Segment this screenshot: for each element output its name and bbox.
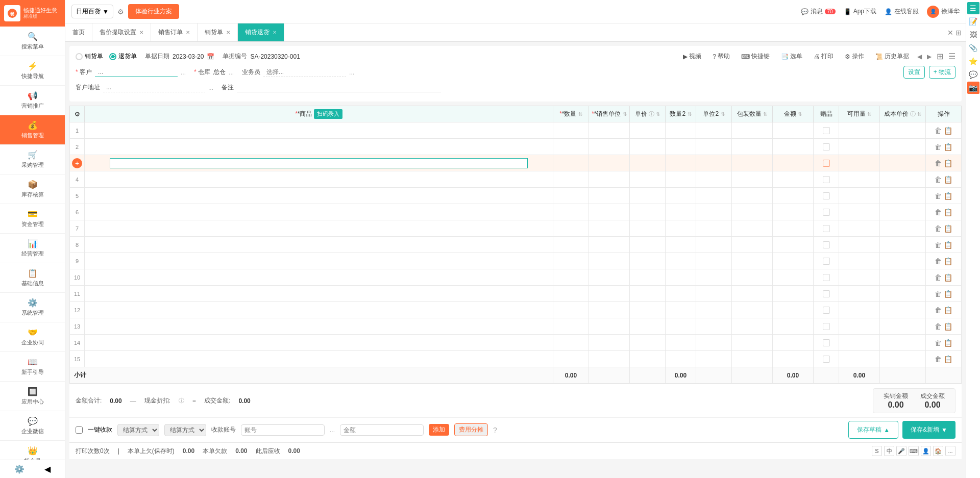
settings-footer-icon[interactable]: ⚙️ — [14, 464, 24, 474]
account-more-icon[interactable]: ... — [330, 426, 335, 434]
copy-icon[interactable]: 📋 — [944, 208, 952, 216]
delete-icon[interactable]: 🗑 — [935, 127, 942, 135]
gift-checkbox[interactable] — [823, 323, 830, 330]
calc-method-select[interactable]: 结算方式 — [164, 424, 206, 436]
gift-checkbox[interactable] — [823, 258, 830, 265]
grid-view-icon[interactable]: ⊞ — [937, 52, 943, 61]
right-icon-message[interactable]: 💬 — [967, 68, 979, 81]
delete-icon[interactable]: 🗑 — [935, 257, 942, 265]
remark-input[interactable] — [237, 83, 441, 92]
shortcut-icon-4[interactable]: ⌨ — [909, 446, 919, 456]
salesperson-more-icon[interactable]: ... — [349, 69, 354, 76]
shortcut-icon-3[interactable]: 🎤 — [896, 446, 906, 456]
save-new-btn[interactable]: 保存&新增 ▼ — [902, 421, 955, 439]
gift-checkbox[interactable] — [823, 127, 830, 134]
price-sort-icon[interactable]: ⇅ — [656, 111, 660, 117]
select-bill-btn[interactable]: 📑 选单 — [778, 51, 805, 62]
sidebar-item-operations[interactable]: 📊 经营管理 — [0, 234, 65, 263]
nav-next-icon[interactable]: ▶ — [927, 53, 932, 60]
shortcut-icon-6[interactable]: 🏠 — [933, 446, 943, 456]
cost-sort-icon[interactable]: ⇅ — [917, 111, 921, 117]
tab-sales-order-close[interactable]: ✕ — [186, 30, 190, 35]
unit-sort-icon[interactable]: ⇅ — [623, 111, 627, 117]
sidebar-item-inventory[interactable]: 📦 库存核算 — [0, 174, 65, 204]
add-row-btn[interactable]: + — [72, 158, 82, 168]
copy-icon[interactable]: 📋 — [944, 159, 952, 167]
sidebar-item-sales[interactable]: 💰 销售管理 — [0, 115, 65, 145]
address-input[interactable] — [103, 83, 205, 92]
topbar-gear-icon[interactable]: ⚙ — [117, 8, 124, 16]
tab-sales-order[interactable]: 销售订单 ✕ — [151, 23, 198, 41]
sidebar-item-marketing[interactable]: 📢 营销推广 — [0, 86, 65, 115]
warehouse-more-icon[interactable]: ... — [229, 69, 234, 76]
delete-icon[interactable]: 🗑 — [935, 339, 942, 347]
collapse-icon[interactable]: ◀ — [44, 464, 51, 474]
calendar-icon[interactable]: 📅 — [207, 53, 214, 60]
gift-checkbox[interactable] — [823, 143, 830, 150]
right-icon-list[interactable]: ☰ — [967, 2, 979, 14]
copy-icon[interactable]: 📋 — [944, 306, 952, 314]
scan-btn[interactable]: 扫码录入 — [314, 109, 342, 119]
gift-checkbox[interactable] — [823, 241, 830, 248]
copy-icon[interactable]: 📋 — [944, 290, 952, 298]
gift-checkbox[interactable] — [823, 160, 830, 167]
th-settings[interactable]: ⚙ — [70, 106, 85, 122]
gift-checkbox[interactable] — [823, 339, 830, 346]
copy-icon[interactable]: 📋 — [944, 322, 952, 331]
delete-icon[interactable]: 🗑 — [935, 192, 942, 200]
help-btn[interactable]: ? 帮助 — [709, 51, 733, 62]
gift-checkbox[interactable] — [823, 176, 830, 183]
customer-more-icon[interactable]: ... — [181, 69, 186, 76]
customer-input[interactable] — [95, 67, 178, 77]
pkg-sort-icon[interactable]: ⇅ — [763, 111, 767, 117]
copy-icon[interactable]: 📋 — [944, 241, 952, 249]
sidebar-item-quick-nav[interactable]: ⚡ 快捷导航 — [0, 56, 65, 86]
copy-icon[interactable]: 📋 — [944, 355, 952, 363]
gift-checkbox[interactable] — [823, 307, 830, 314]
experience-btn[interactable]: 体验行业方案 — [128, 4, 179, 19]
tab-sales-return[interactable]: 销货退货 ✕ — [238, 23, 284, 41]
tab-expand-icon[interactable]: ⊞ — [955, 29, 962, 37]
available-sort-icon[interactable]: ⇅ — [867, 111, 871, 117]
radio-delivery[interactable]: 销货单 — [76, 52, 103, 61]
shortcut-btn[interactable]: ⌨ 快捷键 — [738, 51, 773, 62]
sidebar-item-purchase[interactable]: 🛒 采购管理 — [0, 145, 65, 174]
shortcut-icon-5[interactable]: 👤 — [921, 446, 931, 456]
online-service-btn[interactable]: 👤 在线客服 — [885, 7, 919, 16]
sidebar-item-finance[interactable]: 💳 资金管理 — [0, 204, 65, 234]
sidebar-item-basic-info[interactable]: 📋 基础信息 — [0, 263, 65, 293]
delete-icon[interactable]: 🗑 — [935, 322, 942, 331]
one-click-payment-checkbox[interactable] — [76, 426, 83, 434]
sidebar-item-search[interactable]: 🔍 搜索菜单 — [0, 27, 65, 56]
print-btn[interactable]: 🖨 打印 — [811, 51, 837, 62]
copy-icon[interactable]: 📋 — [944, 127, 952, 135]
delete-icon[interactable]: 🗑 — [935, 143, 942, 151]
right-icon-attach[interactable]: 📎 — [967, 42, 979, 54]
delete-icon[interactable]: 🗑 — [935, 273, 942, 282]
radio-return[interactable]: 退货单 — [109, 52, 137, 61]
sidebar-item-member[interactable]: 👑 畅会员 — [0, 441, 65, 460]
right-icon-image[interactable]: 🖼 — [967, 29, 979, 41]
tab-home[interactable]: 首页 — [65, 23, 92, 41]
sidebar-item-enterprise[interactable]: 🤝 企业协同 — [0, 322, 65, 352]
history-btn[interactable]: 📜 历史单据 — [872, 51, 912, 62]
nav-prev-icon[interactable]: ◀ — [917, 53, 922, 60]
tab-close-all-icon[interactable]: ✕ — [947, 29, 953, 37]
unit2-sort-icon[interactable]: ⇅ — [721, 111, 725, 117]
list-view-icon[interactable]: ☰ — [948, 52, 955, 61]
copy-icon[interactable]: 📋 — [944, 175, 952, 184]
settlement-select[interactable]: 结算方式 — [117, 424, 159, 436]
right-icon-note[interactable]: 📝 — [967, 15, 979, 28]
right-icon-camera[interactable]: 📷 — [967, 82, 979, 94]
delete-icon[interactable]: 🗑 — [935, 355, 942, 363]
tab-sales-delivery[interactable]: 销货单 ✕ — [198, 23, 238, 41]
qty-sort-icon[interactable]: ⇅ — [578, 111, 582, 117]
sidebar-item-wechat[interactable]: 💬 企业微信 — [0, 411, 65, 441]
fee-split-btn[interactable]: 费用分摊 — [454, 423, 488, 436]
gift-checkbox[interactable] — [823, 225, 830, 232]
tab-price-settings-close[interactable]: ✕ — [139, 30, 143, 35]
delete-icon[interactable]: 🗑 — [935, 241, 942, 249]
shortcut-icon-1[interactable]: S — [872, 446, 882, 456]
salesperson-input[interactable] — [263, 67, 346, 77]
amount-sort-icon[interactable]: ⇅ — [798, 111, 802, 117]
